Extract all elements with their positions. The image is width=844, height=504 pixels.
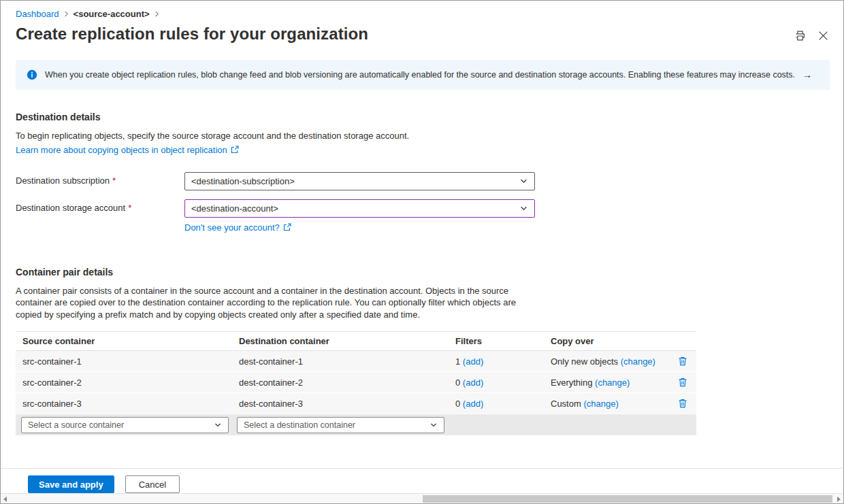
title-row: Create replication rules for your organi… xyxy=(1,19,843,44)
source-container-select-placeholder: Select a source container xyxy=(28,420,124,430)
destination-account-field: <destination-account> Don't see your acc… xyxy=(184,199,535,233)
breadcrumb: Dashboard <source-account> xyxy=(1,1,843,19)
copy-over-value: Custom xyxy=(551,399,581,409)
source-container-select[interactable]: Select a source container xyxy=(21,417,229,433)
filters-cell: 1 (add) xyxy=(455,356,551,367)
table-row: src-container-2 dest-container-2 0 (add)… xyxy=(16,372,696,393)
chevron-down-icon xyxy=(429,421,438,429)
filters-add-link[interactable]: (add) xyxy=(463,377,483,388)
destination-account-row: Destination storage account* <destinatio… xyxy=(16,199,828,233)
create-replication-rules-page: Dashboard <source-account> Create replic… xyxy=(0,0,844,504)
container-pair-heading: Container pair details xyxy=(16,267,828,278)
chevron-down-icon xyxy=(519,177,528,186)
copy-over-value: Only new objects xyxy=(551,356,618,367)
cancel-button[interactable]: Cancel xyxy=(125,475,180,493)
table-row: src-container-1 dest-container-1 1 (add)… xyxy=(16,351,696,372)
filters-add-link[interactable]: (add) xyxy=(463,356,483,367)
destination-account-value: <destination-account> xyxy=(191,203,278,214)
destination-container-cell: dest-container-2 xyxy=(239,377,455,388)
copy-over-cell: Custom (change) xyxy=(551,399,669,409)
destination-description: To begin replicating objects, specify th… xyxy=(16,130,828,142)
footer: Save and apply Cancel xyxy=(1,469,843,493)
destination-container-cell: dest-container-3 xyxy=(239,399,455,409)
source-container-cell: src-container-1 xyxy=(16,356,239,367)
filters-add-link[interactable]: (add) xyxy=(463,399,483,409)
source-container-cell: src-container-3 xyxy=(16,399,239,409)
destination-subscription-label: Destination subscription* xyxy=(16,172,184,186)
header-filters: Filters xyxy=(455,336,551,346)
breadcrumb-dashboard[interactable]: Dashboard xyxy=(16,9,59,19)
breadcrumb-source-account[interactable]: <source-account> xyxy=(74,9,150,19)
title-actions xyxy=(793,23,830,43)
scroll-left-arrow-icon[interactable] xyxy=(3,497,7,502)
copy-over-change-link[interactable]: (change) xyxy=(621,356,655,367)
delete-row-button[interactable] xyxy=(676,397,689,410)
delete-row-button[interactable] xyxy=(676,354,689,368)
destination-container-select-placeholder: Select a destination container xyxy=(244,420,355,430)
filters-count: 0 xyxy=(455,377,460,388)
destination-subscription-row: Destination subscription* <destination-s… xyxy=(16,172,828,190)
copy-over-change-link[interactable]: (change) xyxy=(595,377,630,388)
copy-over-change-link[interactable]: (change) xyxy=(583,399,618,409)
container-pair-description: A container pair consists of a container… xyxy=(16,285,525,321)
table-header-row: Source container Destination container F… xyxy=(16,331,696,351)
close-icon xyxy=(818,33,828,43)
header-source-container: Source container xyxy=(16,336,239,346)
chevron-right-icon xyxy=(64,10,69,18)
horizontal-scrollbar[interactable] xyxy=(1,493,843,503)
trash-icon xyxy=(677,380,688,390)
header-destination-container: Destination container xyxy=(239,336,455,346)
required-marker: * xyxy=(112,175,116,186)
external-link-icon xyxy=(231,146,239,154)
delete-row-button[interactable] xyxy=(676,375,689,389)
source-container-cell: src-container-2 xyxy=(16,377,239,388)
copy-over-cell: Only new objects (change) xyxy=(551,356,669,367)
destination-container-cell: dest-container-1 xyxy=(239,356,455,367)
dont-see-account-label: Don't see your account? xyxy=(184,222,280,233)
destination-container-select[interactable]: Select a destination container xyxy=(237,417,444,433)
info-icon xyxy=(27,69,37,80)
learn-more-label: Learn more about copying objects in obje… xyxy=(16,145,227,155)
scroll-right-arrow-icon[interactable] xyxy=(837,497,841,502)
close-button[interactable] xyxy=(817,29,830,43)
print-button[interactable] xyxy=(793,29,807,43)
chevron-down-icon xyxy=(519,204,528,213)
destination-account-dropdown[interactable]: <destination-account> xyxy=(184,199,535,218)
destination-account-label: Destination storage account* xyxy=(16,199,184,213)
copy-over-cell: Everything (change) xyxy=(551,377,669,388)
banner-arrow-icon[interactable]: → xyxy=(802,69,812,80)
page-title: Create replication rules for your organi… xyxy=(16,24,368,44)
filters-cell: 0 (add) xyxy=(455,377,551,388)
chevron-right-icon xyxy=(155,10,159,18)
external-link-icon xyxy=(283,223,291,231)
filters-count: 0 xyxy=(455,399,460,409)
label-text: Destination subscription xyxy=(16,175,110,186)
info-banner: When you create object replication rules… xyxy=(16,60,830,90)
banner-text: When you create object replication rules… xyxy=(45,70,795,80)
trash-icon xyxy=(677,358,688,369)
scrollbar-thumb[interactable] xyxy=(423,495,832,503)
dont-see-account-link[interactable]: Don't see your account? xyxy=(184,222,291,233)
destination-subscription-value: <destination-subscription> xyxy=(191,176,295,186)
trash-icon xyxy=(677,401,688,411)
new-pair-row: Select a source container Select a desti… xyxy=(16,414,696,435)
learn-more-link[interactable]: Learn more about copying objects in obje… xyxy=(16,145,239,155)
label-text: Destination storage account xyxy=(16,203,125,213)
destination-subscription-dropdown[interactable]: <destination-subscription> xyxy=(184,172,535,190)
destination-details-heading: Destination details xyxy=(16,112,828,122)
header-copy-over: Copy over xyxy=(551,336,669,346)
print-icon xyxy=(794,33,806,44)
container-pair-table: Source container Destination container F… xyxy=(16,331,696,435)
save-and-apply-button[interactable]: Save and apply xyxy=(28,475,114,493)
filters-cell: 0 (add) xyxy=(455,399,551,409)
copy-over-value: Everything xyxy=(551,377,592,388)
filters-count: 1 xyxy=(455,356,460,367)
required-marker: * xyxy=(128,203,131,213)
chevron-down-icon xyxy=(214,421,222,429)
table-row: src-container-3 dest-container-3 0 (add)… xyxy=(16,393,696,414)
